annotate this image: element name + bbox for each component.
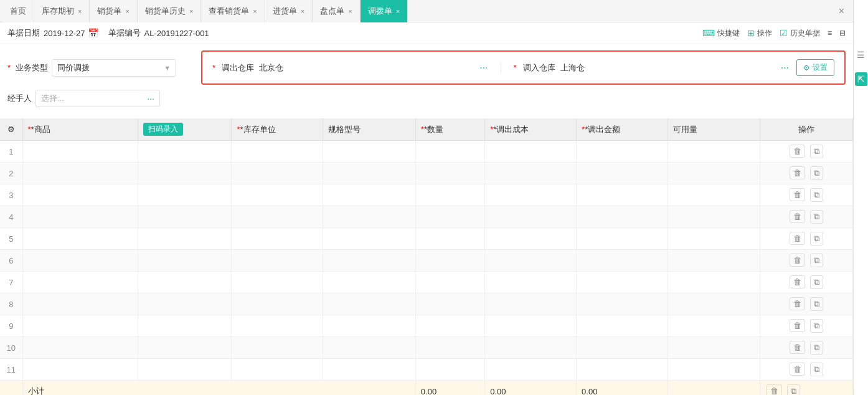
tab-close-purchase[interactable]: × [301, 7, 304, 15]
date-label: 单据日期 [7, 27, 40, 39]
number-field-group: 单据编号 AL-20191227-001 [108, 27, 209, 39]
scan-button[interactable]: 扫码录入 [143, 123, 183, 136]
row-num-8: 8 [0, 293, 22, 315]
row-copy-8[interactable]: ⧉ [810, 297, 823, 311]
row-copy-5[interactable]: ⧉ [810, 232, 823, 245]
business-type-select[interactable]: 同价调拨 ▼ [52, 59, 176, 77]
row-delete-7[interactable]: 🗑 [790, 275, 805, 288]
date-input[interactable]: 2019-12-27 📅 [44, 28, 98, 38]
date-field-group: 单据日期 2019-12-27 📅 [7, 27, 98, 39]
table-row: 5 🗑 ⧉ [0, 228, 853, 250]
number-value: AL-20191227-001 [144, 29, 209, 38]
warehouse-box: * 调出仓库 北京仓 ··· * 调入仓库 上海仓 ··· ⚙ 设置 [201, 50, 846, 85]
sidebar-expand-icon[interactable]: ⇱ [855, 72, 867, 86]
row-num-5: 5 [0, 228, 22, 250]
row-delete-9[interactable]: 🗑 [790, 319, 805, 332]
toolbar-left: 单据日期 2019-12-27 📅 单据编号 AL-20191227-001 [7, 27, 209, 39]
col-header-spec: 规格型号 [323, 118, 416, 141]
row-delete-6[interactable]: 🗑 [790, 254, 805, 267]
business-type-group: * 业务类型 同价调拨 ▼ [7, 59, 176, 77]
tab-stocktake[interactable]: 盘点单 × [313, 0, 360, 22]
row-delete-8[interactable]: 🗑 [790, 297, 805, 310]
agent-label: 经手人 [7, 93, 32, 104]
tab-close-sales[interactable]: × [125, 7, 129, 15]
subtotal-amount: 0.00 [577, 381, 668, 396]
tab-close-inventory-init[interactable]: × [78, 7, 82, 15]
operate-action[interactable]: ⊞ 操作 [747, 28, 772, 39]
tab-view-sales[interactable]: 查看销货单 × [201, 0, 265, 22]
table-row: 11 🗑 ⧉ [0, 359, 853, 381]
settings-button[interactable]: ⚙ 设置 [796, 59, 834, 76]
table-body: 1 🗑 ⧉ 2 [0, 141, 853, 396]
table-header-row: ⚙ **商品 扫码录入 **库存单位 规格型号 **数量 [0, 118, 853, 141]
subtotal-qty: 0.00 [415, 381, 484, 396]
warehouse-in-required: * [514, 63, 517, 72]
row-delete-4[interactable]: 🗑 [790, 210, 805, 223]
date-value: 2019-12-27 [44, 29, 85, 38]
tab-close-transfer[interactable]: × [396, 7, 400, 15]
agent-placeholder: 选择... [41, 93, 64, 104]
row-copy-7[interactable]: ⧉ [810, 275, 823, 289]
col-header-settings[interactable]: ⚙ [0, 118, 22, 141]
agent-more[interactable]: ··· [147, 93, 154, 103]
row-delete-2[interactable]: 🗑 [790, 166, 805, 179]
row-copy-4[interactable]: ⧉ [810, 210, 823, 224]
history-label: 历史单据 [790, 28, 820, 39]
tab-inventory-init[interactable]: 库存期初 × [34, 0, 90, 22]
subtotal-copy[interactable]: ⧉ [787, 384, 800, 395]
row-copy-6[interactable]: ⧉ [810, 254, 823, 267]
tab-purchase[interactable]: 进货单 × [265, 0, 313, 22]
view-toggle-grid[interactable]: ⊟ [839, 29, 846, 37]
table-row: 10 🗑 ⧉ [0, 337, 853, 359]
col-header-product: **商品 [22, 118, 138, 141]
tab-transfer[interactable]: 调拨单 × [361, 0, 408, 22]
subtotal-cost: 0.00 [485, 381, 577, 396]
tab-close-stocktake[interactable]: × [348, 7, 352, 15]
row-num-2: 2 [0, 163, 22, 184]
row-copy-10[interactable]: ⧉ [810, 341, 823, 355]
calendar-icon[interactable]: 📅 [88, 28, 98, 38]
form-row-2: 经手人 选择... ··· [7, 90, 846, 107]
tab-sales-history[interactable]: 销货单历史 × [138, 0, 201, 22]
subtotal-row: 小计 0.00 0.00 0.00 🗑 ⧉ [0, 381, 853, 396]
table-row: 3 🗑 ⧉ [0, 184, 853, 206]
warehouse-out-more[interactable]: ··· [479, 62, 488, 74]
warehouse-in-more[interactable]: ··· [781, 62, 789, 74]
row-copy-2[interactable]: ⧉ [810, 166, 823, 180]
warehouse-in-item: * 调入仓库 上海仓 ··· [501, 62, 789, 74]
operate-icon: ⊞ [747, 28, 755, 38]
row-delete-11[interactable]: 🗑 [790, 363, 805, 376]
sidebar-list-icon[interactable]: ☰ [857, 50, 865, 60]
grid-icon: ⊟ [839, 29, 846, 37]
history-action[interactable]: ☑ 历史单据 [780, 28, 820, 39]
agent-select[interactable]: 选择... ··· [35, 90, 160, 107]
subtotal-delete[interactable]: 🗑 [767, 384, 782, 395]
warehouse-in-label: 调入仓库 [523, 62, 555, 74]
tab-close-sales-history[interactable]: × [189, 7, 193, 15]
row-copy-11[interactable]: ⧉ [810, 363, 823, 376]
view-toggle-list[interactable]: ≡ [828, 29, 832, 37]
list-icon: ≡ [828, 29, 832, 37]
row-num-7: 7 [0, 272, 22, 293]
tab-close-view-sales[interactable]: × [253, 7, 257, 15]
row-delete-3[interactable]: 🗑 [790, 188, 805, 201]
shortcut-icon: ⌨ [702, 28, 715, 38]
row-delete-5[interactable]: 🗑 [790, 232, 805, 245]
subtotal-label: 小计 [22, 381, 415, 396]
row-copy-9[interactable]: ⧉ [810, 319, 823, 333]
table-row: 6 🗑 ⧉ [0, 250, 853, 272]
table-row: 2 🗑 ⧉ [0, 163, 853, 184]
close-all-tabs[interactable]: × [833, 6, 851, 17]
row-delete-1[interactable]: 🗑 [790, 145, 805, 158]
tab-sales[interactable]: 销货单 × [90, 0, 137, 22]
tab-home[interactable]: 首页 [2, 0, 34, 22]
row-num-6: 6 [0, 250, 22, 272]
warehouse-out-item: * 调出仓库 北京仓 ··· [212, 62, 488, 74]
row-copy-1[interactable]: ⧉ [810, 145, 823, 158]
col-header-op: 操作 [760, 118, 853, 141]
shortcut-action[interactable]: ⌨ 快捷键 [702, 28, 740, 39]
row-num-1: 1 [0, 141, 22, 163]
gear-icon: ⚙ [7, 125, 15, 134]
row-delete-10[interactable]: 🗑 [790, 341, 805, 354]
row-copy-3[interactable]: ⧉ [810, 188, 823, 202]
